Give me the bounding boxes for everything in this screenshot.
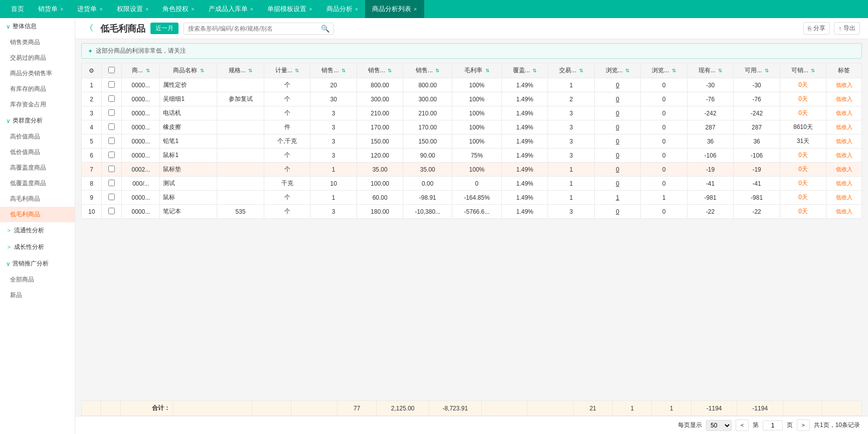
row-checkbox[interactable]	[108, 208, 115, 214]
nav-item-roles[interactable]: 角色授权 ×	[155, 0, 201, 18]
sidebar-item-new-goods[interactable]: 新品	[0, 287, 75, 303]
cell-checkbox[interactable]	[102, 163, 122, 177]
sidebar-item-high-coverage[interactable]: 高覆盖度商品	[0, 160, 75, 176]
nav-item-analysis-list[interactable]: 商品分析列表 ×	[365, 0, 424, 18]
row-checkbox[interactable]	[108, 95, 115, 102]
sidebar-group-cluster-header[interactable]: ∨ 类群度分析	[0, 112, 75, 129]
sidebar-item-traded-goods[interactable]: 交易过的商品	[0, 50, 75, 66]
cell-checkbox[interactable]	[102, 149, 122, 163]
col-sales-count[interactable]: 销售... ⇅	[310, 63, 357, 78]
col-browse2[interactable]: 浏览... ⇅	[641, 63, 687, 78]
row-checkbox[interactable]	[108, 194, 115, 200]
col-coverage[interactable]: 覆盖... ⇅	[501, 63, 548, 78]
col-name[interactable]: 商品名称 ⇅	[160, 63, 217, 78]
cell-checkbox[interactable]	[102, 134, 122, 149]
period-button[interactable]: 近一月	[150, 23, 179, 34]
col-code[interactable]: 商... ⇅	[122, 63, 160, 78]
nav-close-analysis[interactable]: ×	[355, 6, 358, 12]
sidebar-group-marketing-header[interactable]: ∨ 营销推广分析	[0, 255, 75, 272]
col-spec[interactable]: 规格... ⇅	[217, 63, 264, 78]
row-checkbox[interactable]	[108, 137, 115, 144]
row-checkbox[interactable]	[108, 180, 115, 186]
col-tag[interactable]: 标签	[826, 63, 862, 78]
nav-item-home[interactable]: 首页	[4, 0, 31, 18]
cell-checkbox[interactable]	[102, 205, 122, 219]
sidebar-item-category-rate[interactable]: 商品分类销售率	[0, 66, 75, 81]
col-gross-rate[interactable]: 毛利率 ⇅	[452, 63, 502, 78]
browse1-link[interactable]: 1	[616, 194, 619, 201]
page-input[interactable]: 1	[763, 420, 783, 430]
browse1-link[interactable]: 0	[616, 208, 619, 215]
col-saleable[interactable]: 可销... ⇅	[780, 63, 826, 78]
cell-sales-count: 3	[310, 134, 357, 149]
cell-checkbox[interactable]	[102, 177, 122, 191]
nav-close-purchase[interactable]: ×	[99, 6, 102, 12]
sidebar-item-capital-usage[interactable]: 库存资金占用	[0, 97, 75, 112]
browse1-link[interactable]: 0	[616, 110, 619, 117]
cell-checkbox[interactable]	[102, 106, 122, 120]
select-all-checkbox[interactable]	[108, 67, 115, 73]
nav-close-templates[interactable]: ×	[309, 6, 312, 12]
col-unit[interactable]: 计量... ⇅	[264, 63, 310, 78]
col-checkbox[interactable]	[102, 63, 122, 78]
nav-close-sales[interactable]: ×	[60, 6, 63, 12]
per-page-select[interactable]: 50 20 100	[706, 420, 732, 431]
sidebar-item-low-profit[interactable]: 低毛利商品	[0, 207, 75, 222]
sidebar-item-high-profit[interactable]: 高毛利商品	[0, 191, 75, 207]
next-page-button[interactable]: ＞	[797, 419, 810, 431]
collapse-sidebar-button[interactable]: 《	[83, 23, 95, 34]
browse1-link[interactable]: 0	[616, 96, 619, 103]
row-checkbox[interactable]	[108, 109, 115, 116]
col-available[interactable]: 可用... ⇅	[734, 63, 780, 78]
browse1-link[interactable]: 0	[616, 124, 619, 131]
sidebar-item-low-value[interactable]: 低价值商品	[0, 144, 75, 160]
col-sales-amount[interactable]: 销售... ⇅	[357, 63, 403, 78]
row-checkbox[interactable]	[108, 123, 115, 130]
sidebar-item-high-value[interactable]: 高价值商品	[0, 129, 75, 144]
share-button[interactable]: ⎘ 分享	[803, 22, 830, 35]
cell-checkbox[interactable]	[102, 191, 122, 205]
cell-tag: 低收入	[826, 92, 862, 106]
col-sales-profit[interactable]: 销售... ⇅	[403, 63, 452, 78]
row-checkbox[interactable]	[108, 152, 115, 158]
nav-close-permissions[interactable]: ×	[145, 6, 148, 12]
sidebar-group-overview-header[interactable]: ∨ 整体信息	[0, 18, 75, 35]
nav-close-products[interactable]: ×	[250, 6, 253, 12]
nav-item-products[interactable]: 产成品入库单 ×	[202, 0, 260, 18]
search-input[interactable]	[188, 25, 321, 32]
cell-coverage: 1.49%	[501, 149, 548, 163]
col-settings[interactable]: ⚙	[82, 63, 102, 78]
nav-item-analysis[interactable]: 商品分析 ×	[319, 0, 365, 18]
export-button[interactable]: ↑ 导出	[834, 22, 860, 35]
cell-checkbox[interactable]	[102, 92, 122, 106]
browse1-link[interactable]: 0	[616, 152, 619, 159]
nav-close-analysis-list[interactable]: ×	[414, 6, 417, 12]
cell-available: 287	[734, 120, 780, 134]
sidebar-item-inventory-goods[interactable]: 有库存的商品	[0, 81, 75, 97]
col-transaction[interactable]: 交易... ⇅	[548, 63, 595, 78]
sidebar-item-all-goods[interactable]: 全部商品	[0, 272, 75, 287]
row-checkbox[interactable]	[108, 166, 115, 172]
browse1-link[interactable]: 0	[616, 180, 619, 187]
nav-item-permissions[interactable]: 权限设置 ×	[110, 0, 155, 18]
sidebar-group-liquidity-header[interactable]: ＞ 流通性分析	[0, 222, 75, 239]
nav-close-roles[interactable]: ×	[191, 6, 194, 12]
col-browse1[interactable]: 浏览... ⇅	[594, 63, 641, 78]
export-icon: ↑	[838, 25, 841, 32]
cell-unit: 个	[264, 106, 310, 120]
arrow-icon-4: ＞	[6, 243, 12, 251]
col-current-stock[interactable]: 现有... ⇅	[687, 63, 734, 78]
nav-item-templates[interactable]: 单据模板设置 ×	[260, 0, 319, 18]
browse1-link[interactable]: 0	[616, 82, 619, 89]
nav-item-sales[interactable]: 销货单 ×	[31, 0, 70, 18]
sidebar-group-growth-header[interactable]: ＞ 成长性分析	[0, 239, 75, 255]
browse1-link[interactable]: 0	[616, 138, 619, 145]
nav-item-purchase[interactable]: 进货单 ×	[70, 0, 109, 18]
row-checkbox[interactable]	[108, 81, 115, 88]
cell-checkbox[interactable]	[102, 78, 122, 92]
browse1-link[interactable]: 0	[616, 166, 619, 173]
sidebar-item-sales-goods[interactable]: 销售类商品	[0, 35, 75, 50]
sidebar-item-low-coverage[interactable]: 低覆盖度商品	[0, 176, 75, 191]
prev-page-button[interactable]: ＜	[736, 419, 749, 431]
cell-checkbox[interactable]	[102, 120, 122, 134]
